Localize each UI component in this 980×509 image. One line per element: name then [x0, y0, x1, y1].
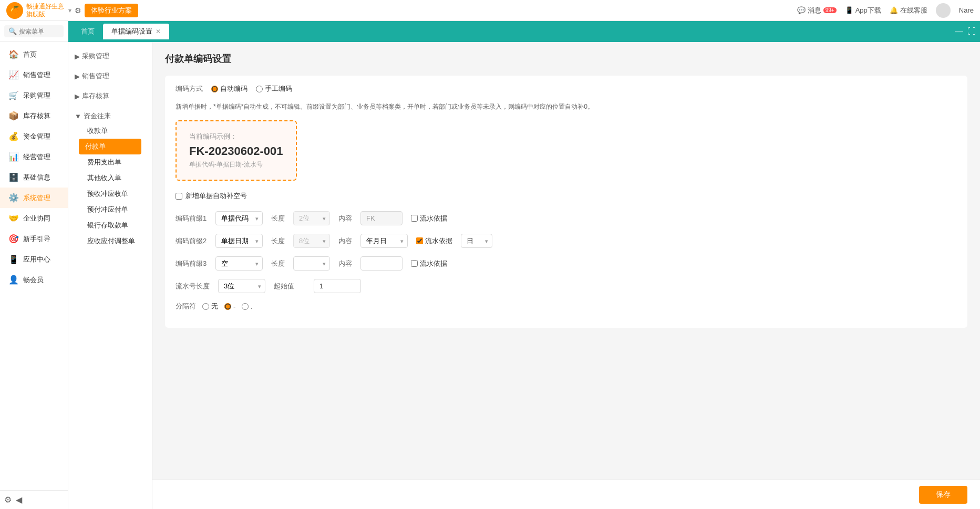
prefix2-row: 编码前缀2 单据日期 长度 8位: [176, 234, 957, 248]
menu-item-advance-recv[interactable]: 预收冲应收单: [75, 186, 146, 202]
prefix3-stream-input[interactable]: [411, 260, 418, 267]
prefix3-content-label: 内容: [338, 259, 352, 268]
menu-group-finance-header[interactable]: ▼ 资金往来: [75, 109, 146, 123]
preview-code: FK-20230602-001: [189, 144, 283, 158]
menu-group-sales-header[interactable]: ▶ 销售管理: [75, 69, 146, 83]
prefix2-length-select[interactable]: 8位: [293, 234, 330, 248]
prefix1-stream-checkbox[interactable]: 流水依据: [411, 214, 447, 223]
prefix3-select[interactable]: 空: [215, 256, 263, 271]
menu-group-inventory-header[interactable]: ▶ 库存核算: [75, 89, 146, 103]
search-box[interactable]: 🔍: [4, 25, 64, 37]
radio-auto[interactable]: 自动编码: [211, 84, 247, 94]
prefix1-row: 编码前缀1 单据代码 长度 2位: [176, 211, 957, 225]
sidebar-item-finance[interactable]: 💰 资金管理: [0, 126, 68, 147]
prefix2-content-select[interactable]: 年月日: [360, 234, 408, 248]
tab-encoding[interactable]: 单据编码设置 ✕: [103, 24, 169, 39]
prefix1-content-input[interactable]: [360, 211, 403, 225]
collapse-icon[interactable]: ◀: [16, 495, 22, 505]
online-service-item[interactable]: 🔔 在线客服: [890, 6, 927, 15]
sidebar-item-operations[interactable]: 📊 经营管理: [0, 147, 68, 167]
menu-item-bank[interactable]: 银行存取款单: [75, 217, 146, 233]
auto-fill-label: 新增单据自动补空号: [185, 191, 247, 201]
logo-icon: 🍊: [6, 2, 23, 19]
prefix1-label: 编码前缀1: [176, 214, 207, 223]
prefix2-length-wrapper: 8位: [293, 234, 330, 248]
main-layout: 🔍 🏠 首页 📈 销售管理 🛒 采购管理 📦 库存核算 💰: [0, 21, 980, 509]
message-item[interactable]: 💬 消息 99+: [797, 6, 837, 15]
prefix1-length-select[interactable]: 2位: [293, 211, 330, 225]
prefix3-length-select[interactable]: [293, 256, 330, 271]
prefix2-stream-checkbox[interactable]: 流水依据: [416, 236, 452, 246]
prefix2-select[interactable]: 单据日期: [215, 234, 263, 248]
start-value-input[interactable]: [314, 279, 361, 293]
radio-auto-input[interactable]: [211, 86, 218, 92]
menu-item-payment[interactable]: 付款单: [79, 139, 141, 154]
menu-item-adjust[interactable]: 应收应付调整单: [75, 233, 146, 249]
maximize-icon[interactable]: ⛶: [967, 27, 976, 36]
tab-close-icon[interactable]: ✕: [156, 28, 161, 35]
radio-manual-input[interactable]: [256, 86, 263, 92]
menu-group-inventory: ▶ 库存核算: [68, 86, 152, 106]
start-value-label: 起始值: [274, 282, 305, 291]
top-bar-right: 💬 消息 99+ 📱 App下载 🔔 在线客服 Nare: [797, 3, 974, 18]
finance-icon: 💰: [8, 131, 19, 141]
top-bar-left: 🍊 畅捷通好生意 旗舰版 ▾ ⚙ 体验行业方案: [6, 2, 138, 19]
app-download-item[interactable]: 📱 App下载: [845, 6, 881, 15]
trial-btn[interactable]: 体验行业方案: [85, 4, 138, 17]
sep-dot-input[interactable]: [242, 303, 249, 310]
user-avatar[interactable]: [936, 3, 951, 18]
prefix1-select[interactable]: 单据代码: [215, 211, 263, 225]
sep-dash-input[interactable]: [224, 303, 231, 310]
menu-item-income[interactable]: 其他收入单: [75, 170, 146, 186]
sidebar-item-home[interactable]: 🏠 首页: [0, 44, 68, 65]
menu-item-receipt[interactable]: 收款单: [75, 123, 146, 139]
menu-item-advance-pay[interactable]: 预付冲应付单: [75, 202, 146, 217]
nav-arrow-icon[interactable]: ▾: [68, 7, 71, 14]
sidebar-item-purchase[interactable]: 🛒 采购管理: [0, 85, 68, 106]
encoding-radio-group: 自动编码 手工编码: [211, 84, 292, 94]
minimize-icon[interactable]: —: [955, 27, 963, 36]
sep-none-input[interactable]: [202, 303, 209, 310]
sidebar-item-member[interactable]: 👤 畅会员: [0, 269, 68, 290]
sep-none-option[interactable]: 无: [202, 302, 218, 311]
sep-dash-option[interactable]: -: [224, 303, 235, 310]
search-input[interactable]: [19, 28, 59, 35]
sidebar-item-sales[interactable]: 📈 销售管理: [0, 65, 68, 85]
prefix3-label: 编码前缀3: [176, 259, 207, 268]
sidebar-item-corp[interactable]: 🤝 企业协同: [0, 208, 68, 228]
menu-group-purchase: ▶ 采购管理: [68, 46, 152, 66]
prefix2-length-label: 长度: [271, 236, 285, 246]
sidebar-item-system[interactable]: ⚙️ 系统管理: [0, 188, 68, 208]
sales-arrow-icon: ▶: [75, 72, 80, 80]
prefix2-stream-input[interactable]: [416, 237, 423, 244]
sep-dot-option[interactable]: .: [242, 303, 253, 310]
preview-desc: 单据代码-单据日期-流水号: [189, 160, 283, 169]
sidebar-search-area: 🔍: [0, 21, 68, 42]
main-content: 付款单编码设置 编码方式 自动编码: [152, 42, 980, 480]
menu-group-finance: ▼ 资金往来 收款单 付款单 费用支出单 其他收入单 预收冲应收单 预付冲应付单…: [68, 106, 152, 252]
settings-gear-icon[interactable]: ⚙: [75, 6, 81, 15]
settings-bottom-icon[interactable]: ⚙: [4, 495, 12, 505]
prefix1-length-wrapper: 2位: [293, 211, 330, 225]
menu-group-purchase-header[interactable]: ▶ 采购管理: [75, 49, 146, 63]
sidebar-item-basic[interactable]: 🗄️ 基础信息: [0, 167, 68, 188]
prefix3-content-input[interactable]: [360, 256, 403, 271]
sidebar-item-app[interactable]: 📱 应用中心: [0, 249, 68, 269]
auto-fill-checkbox[interactable]: [176, 193, 182, 200]
radio-manual[interactable]: 手工编码: [256, 84, 292, 94]
serial-length-select[interactable]: 3位 4位 5位: [218, 279, 265, 293]
corp-icon: 🤝: [8, 213, 19, 223]
prefix1-select-wrapper: 单据代码: [215, 211, 263, 225]
prefix2-day-select[interactable]: 日 月 年: [461, 234, 492, 248]
tab-home[interactable]: 首页: [73, 24, 103, 39]
prefix3-stream-checkbox[interactable]: 流水依据: [411, 259, 447, 268]
prefix3-length-label: 长度: [271, 259, 285, 268]
prefix1-stream-input[interactable]: [411, 215, 418, 222]
download-icon: 📱: [845, 6, 853, 14]
sidebar-item-inventory[interactable]: 📦 库存核算: [0, 106, 68, 126]
menu-item-expense[interactable]: 费用支出单: [75, 154, 146, 170]
prefix2-content-label: 内容: [338, 236, 352, 246]
sidebar-item-guide[interactable]: 🎯 新手引导: [0, 228, 68, 249]
save-button[interactable]: 保存: [919, 486, 967, 504]
separator-row: 分隔符 无 - .: [176, 302, 957, 311]
